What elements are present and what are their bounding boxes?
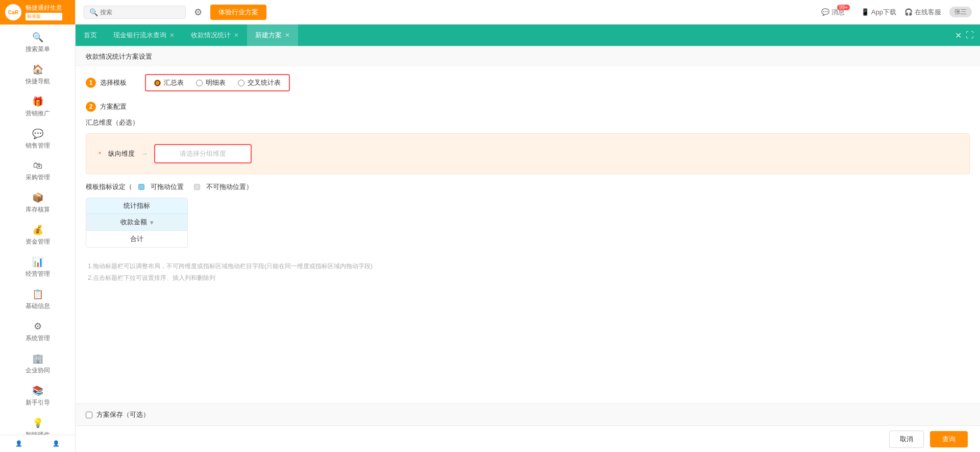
tab-new-plan-close[interactable]: ✕ <box>285 32 290 39</box>
cancel-button[interactable]: 取消 <box>889 431 924 448</box>
metrics-legend-fixed: 不可拖动位置） <box>206 182 253 192</box>
sidebar-item-finance[interactable]: 💰 资金管理 <box>0 219 75 251</box>
sidebar-item-purchase[interactable]: 🛍 采购管理 <box>0 155 75 187</box>
sidebar-item-label: 系统管理 <box>26 334 50 343</box>
sidebar-item-label: 企业协同 <box>26 366 50 375</box>
template-option-crosstab[interactable]: 交叉统计表 <box>238 78 281 87</box>
service-button[interactable]: 🎧 在线客服 <box>904 8 941 17</box>
metrics-section: 模板指标设定（ 可拖动位置 不可拖动位置） 统计指标 <box>86 182 970 283</box>
topbar-right: 💬 消息 99+ 📱 App下载 🎧 在线客服 张三 <box>821 7 972 17</box>
avatar2-icon: 👤 <box>53 440 60 447</box>
enterprise-icon: 🏢 <box>32 353 43 364</box>
message-icon: 💬 <box>821 8 829 16</box>
metrics-col-header[interactable]: 收款金额 ▾ <box>86 214 187 231</box>
tab-payment-stat-label: 收款情况统计 <box>191 31 231 40</box>
search-menu-icon: 🔍 <box>32 32 43 43</box>
sidebar-item-enterprise[interactable]: 🏢 企业协同 <box>0 348 75 380</box>
sidebar-item-system[interactable]: ⚙ 系统管理 <box>0 316 75 348</box>
sidebar-item-label: 搜索菜单 <box>26 45 50 54</box>
template-option-summary[interactable]: 汇总表 <box>154 78 184 87</box>
sidebar-item-inventory[interactable]: 📦 库存核算 <box>0 187 75 219</box>
sidebar-item-quick-nav[interactable]: 🏠 快捷导航 <box>0 59 75 91</box>
finance-icon: 💰 <box>32 224 43 235</box>
tab-new-plan[interactable]: 新建方案 ✕ <box>247 25 298 46</box>
search-icon: 🔍 <box>89 8 98 16</box>
template-label-crosstab: 交叉统计表 <box>248 78 281 87</box>
page-header-title: 收款情况统计方案设置 <box>86 53 152 60</box>
sidebar-avatar2[interactable]: 👤 <box>53 440 60 447</box>
fixed-legend-dot <box>194 184 200 190</box>
step1-num: 1 <box>86 78 96 88</box>
download-label: App下载 <box>871 8 896 17</box>
sidebar: CaR 畅捷通好生意 标准版 🔍 搜索菜单 🏠 快捷导航 🎁 营销推广 💬 销售… <box>0 0 76 452</box>
template-radio-summary[interactable] <box>154 80 161 86</box>
sidebar-item-sales[interactable]: 💬 销售管理 <box>0 123 75 155</box>
template-options: 汇总表 明细表 交叉统计表 <box>145 74 290 91</box>
tip-2: 2.点击标题栏下拉可设置排序、插入列和删除列 <box>88 273 968 283</box>
sidebar-avatar1[interactable]: 👤 <box>15 440 22 447</box>
topbar-search-box[interactable]: 🔍 <box>84 6 186 19</box>
sidebar-item-label: 库存核算 <box>26 205 50 214</box>
dimension-select-box[interactable]: 请选择分组维度 <box>154 144 252 163</box>
save-option-label: 方案保存（可选） <box>96 410 150 419</box>
operation-icon: 📊 <box>32 256 43 268</box>
tab-payment-stat-close[interactable]: ✕ <box>234 32 239 39</box>
tab-bank-flow[interactable]: 现金银行流水查询 ✕ <box>105 25 183 46</box>
search-input[interactable] <box>100 9 180 16</box>
metrics-row-total: 合计 <box>86 231 187 247</box>
tab-payment-stat[interactable]: 收款情况统计 ✕ <box>183 25 247 46</box>
metrics-row-label: 合计 <box>130 235 143 243</box>
smart-hw-icon: 💡 <box>32 417 43 429</box>
sales-icon: 💬 <box>32 128 43 139</box>
tab-maximize-icon[interactable]: ⛶ <box>966 31 974 40</box>
sidebar-item-search-menu[interactable]: 🔍 搜索菜单 <box>0 27 75 59</box>
tab-new-plan-label: 新建方案 <box>255 31 282 40</box>
download-icon: 📱 <box>861 8 869 16</box>
message-button[interactable]: 💬 消息 99+ <box>821 8 845 17</box>
page-header: 收款情况统计方案设置 <box>76 46 980 66</box>
metrics-col-dropdown-icon[interactable]: ▾ <box>150 219 154 226</box>
step1-header: 1 选择模板 汇总表 明细表 <box>86 74 970 91</box>
sidebar-bottom: 👤 👤 <box>0 435 75 452</box>
download-button[interactable]: 📱 App下载 <box>861 8 896 17</box>
dimension-row: * 纵向维度 → 请选择分组维度 <box>99 144 957 163</box>
basic-info-icon: 📋 <box>32 289 43 300</box>
template-option-detail[interactable]: 明细表 <box>196 78 226 87</box>
logo-abbr: CaR <box>8 10 18 15</box>
sidebar-item-newbie[interactable]: 📚 新手引导 <box>0 380 75 412</box>
marketing-icon: 🎁 <box>32 96 43 107</box>
quick-nav-icon: 🏠 <box>32 64 43 75</box>
sidebar-item-smart-hw[interactable]: 💡 智能硬件 <box>0 412 75 435</box>
sidebar-item-operation[interactable]: 📊 经营管理 <box>0 251 75 283</box>
draggable-legend-dot <box>138 184 144 190</box>
service-icon: 🎧 <box>904 8 913 16</box>
sidebar-item-basic-info[interactable]: 📋 基础信息 <box>0 283 75 316</box>
user-name[interactable]: 张三 <box>949 7 972 17</box>
step2-title: 方案配置 <box>100 102 127 111</box>
step2-header: 2 方案配置 <box>86 102 970 112</box>
metrics-table: 统计指标 收款金额 ▾ 合计 <box>86 198 188 248</box>
metrics-section-label: 统计指标 <box>124 202 150 209</box>
sidebar-item-marketing[interactable]: 🎁 营销推广 <box>0 91 75 123</box>
avatar1-icon: 👤 <box>15 440 22 447</box>
sidebar-item-label: 快捷导航 <box>26 77 50 86</box>
service-label: 在线客服 <box>915 8 941 17</box>
tabbar-right: ✕ ⛶ <box>955 31 980 40</box>
tab-close-all-icon[interactable]: ✕ <box>955 31 962 40</box>
template-radio-crosstab[interactable] <box>238 80 244 86</box>
trial-button[interactable]: 体验行业方案 <box>210 5 266 20</box>
save-option-checkbox[interactable] <box>86 412 92 418</box>
metrics-table-header: 统计指标 <box>86 198 187 214</box>
topbar: 🔍 ⚙ 体验行业方案 💬 消息 99+ 📱 App下载 🎧 在线客服 张三 <box>76 0 980 25</box>
inventory-icon: 📦 <box>32 192 43 203</box>
template-radio-detail[interactable] <box>196 80 203 86</box>
settings-icon[interactable]: ⚙ <box>194 7 202 18</box>
query-button[interactable]: 查询 <box>930 431 968 447</box>
tab-home[interactable]: 首页 <box>76 25 105 46</box>
template-label-detail: 明细表 <box>206 78 226 87</box>
tab-bank-flow-close[interactable]: ✕ <box>169 32 175 39</box>
required-star: * <box>99 150 101 158</box>
logo-badge: 标准版 <box>26 13 62 20</box>
sidebar-nav: 🔍 搜索菜单 🏠 快捷导航 🎁 营销推广 💬 销售管理 🛍 采购管理 📦 库存核… <box>0 25 75 435</box>
step2-section: 2 方案配置 汇总维度（必选） * 纵向维度 → <box>86 102 970 283</box>
